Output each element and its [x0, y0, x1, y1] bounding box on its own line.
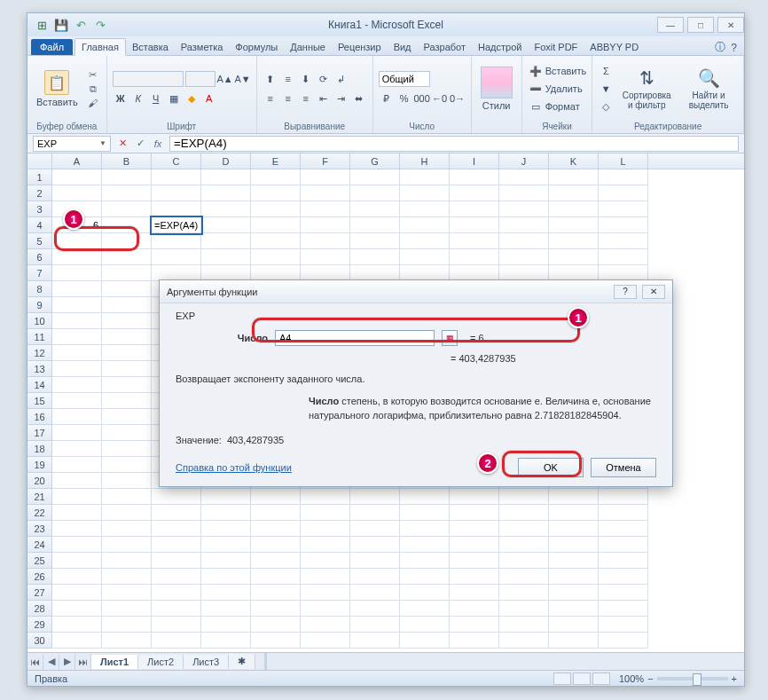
- cell[interactable]: [499, 521, 549, 537]
- formula-input[interactable]: [169, 136, 739, 152]
- row-header[interactable]: 30: [27, 633, 52, 649]
- insert-cells-icon[interactable]: ➕: [528, 63, 544, 79]
- italic-button[interactable]: К: [130, 90, 146, 106]
- cell[interactable]: [549, 185, 599, 201]
- cell[interactable]: [102, 281, 152, 297]
- cell[interactable]: [549, 233, 599, 249]
- cell[interactable]: [102, 569, 152, 585]
- cell[interactable]: [152, 505, 201, 521]
- cell[interactable]: [102, 377, 152, 393]
- function-help-link[interactable]: Справка по этой функции: [176, 462, 292, 473]
- cell[interactable]: [152, 553, 201, 569]
- row-header[interactable]: 13: [27, 361, 52, 377]
- cell[interactable]: [152, 201, 201, 217]
- cell[interactable]: [102, 329, 152, 345]
- cell[interactable]: [102, 441, 152, 457]
- align-bottom-icon[interactable]: ⬇: [298, 71, 314, 87]
- cell[interactable]: [549, 553, 599, 569]
- cell[interactable]: [549, 521, 599, 537]
- cell[interactable]: [102, 265, 152, 281]
- cell[interactable]: [549, 633, 599, 649]
- align-top-icon[interactable]: ⬆: [263, 71, 278, 87]
- cell[interactable]: [499, 233, 549, 249]
- row-header[interactable]: 9: [27, 297, 52, 313]
- column-header[interactable]: G: [350, 153, 400, 169]
- cell[interactable]: [499, 537, 549, 553]
- cell[interactable]: [52, 345, 102, 361]
- cell[interactable]: [102, 521, 152, 537]
- fill-icon[interactable]: ▼: [598, 81, 614, 97]
- column-header[interactable]: D: [201, 153, 251, 169]
- cell[interactable]: [350, 521, 400, 537]
- cell[interactable]: [400, 601, 450, 617]
- column-header[interactable]: L: [599, 153, 648, 169]
- cell[interactable]: [201, 569, 251, 585]
- cell[interactable]: [549, 217, 599, 233]
- inc-decimal-icon[interactable]: ←0: [432, 90, 448, 106]
- cell[interactable]: [400, 217, 450, 233]
- dialog-close-button[interactable]: ✕: [642, 285, 665, 299]
- tab-review[interactable]: Рецензир: [332, 39, 388, 55]
- font-color-icon[interactable]: A: [201, 90, 217, 106]
- tab-file[interactable]: Файл: [31, 39, 73, 55]
- cell[interactable]: [549, 489, 599, 505]
- cell[interactable]: [251, 505, 301, 521]
- cell[interactable]: [52, 393, 102, 409]
- cell[interactable]: [599, 569, 648, 585]
- cell[interactable]: [52, 313, 102, 329]
- orientation-icon[interactable]: ⟳: [316, 71, 332, 87]
- tab-view[interactable]: Вид: [388, 39, 418, 55]
- range-selector-icon[interactable]: ▦: [442, 330, 458, 346]
- cell[interactable]: [201, 233, 251, 249]
- cell[interactable]: [52, 329, 102, 345]
- find-button[interactable]: 🔍 Найти и выделить: [679, 66, 738, 112]
- maximize-button[interactable]: □: [687, 17, 714, 33]
- cell[interactable]: [152, 601, 201, 617]
- row-header[interactable]: 1: [27, 169, 52, 185]
- cell[interactable]: [102, 201, 152, 217]
- row-header[interactable]: 10: [27, 313, 52, 329]
- cell[interactable]: [301, 585, 350, 601]
- sort-filter-button[interactable]: ⇅ Сортировка и фильтр: [617, 66, 676, 112]
- align-middle-icon[interactable]: ≡: [280, 71, 296, 87]
- cell[interactable]: [102, 553, 152, 569]
- column-header[interactable]: E: [251, 153, 301, 169]
- indent-inc-icon[interactable]: ⇥: [333, 90, 349, 106]
- cell[interactable]: [301, 169, 350, 185]
- cell[interactable]: [102, 585, 152, 601]
- cell[interactable]: [499, 601, 549, 617]
- cell[interactable]: [599, 185, 648, 201]
- cell[interactable]: [549, 617, 599, 633]
- cell[interactable]: [201, 601, 251, 617]
- cell[interactable]: [350, 601, 400, 617]
- sheet-nav-next[interactable]: ▶: [59, 654, 75, 670]
- column-header[interactable]: A: [52, 153, 102, 169]
- help-icon[interactable]: ?: [731, 42, 737, 54]
- cell[interactable]: [450, 553, 499, 569]
- cell[interactable]: [251, 201, 301, 217]
- cell[interactable]: [400, 505, 450, 521]
- cell[interactable]: [201, 633, 251, 649]
- minimize-button[interactable]: —: [657, 17, 684, 33]
- cell[interactable]: [450, 521, 499, 537]
- cell[interactable]: [102, 473, 152, 489]
- row-header[interactable]: 16: [27, 409, 52, 425]
- cell[interactable]: [52, 521, 102, 537]
- cell[interactable]: [201, 185, 251, 201]
- cell[interactable]: [251, 601, 301, 617]
- cell[interactable]: [599, 553, 648, 569]
- cell[interactable]: [599, 201, 648, 217]
- cell[interactable]: [549, 537, 599, 553]
- zoom-in-button[interactable]: +: [732, 673, 737, 684]
- shrink-font-icon[interactable]: A▼: [235, 71, 251, 87]
- number-format-select[interactable]: [379, 71, 430, 87]
- cell[interactable]: [102, 297, 152, 313]
- cut-icon[interactable]: ✂: [85, 68, 101, 81]
- cell[interactable]: [599, 601, 648, 617]
- cell[interactable]: [499, 553, 549, 569]
- cell[interactable]: [549, 569, 599, 585]
- row-header[interactable]: 11: [27, 329, 52, 345]
- cell[interactable]: [152, 617, 201, 633]
- row-header[interactable]: 29: [27, 617, 52, 633]
- view-layout-icon[interactable]: [573, 672, 591, 685]
